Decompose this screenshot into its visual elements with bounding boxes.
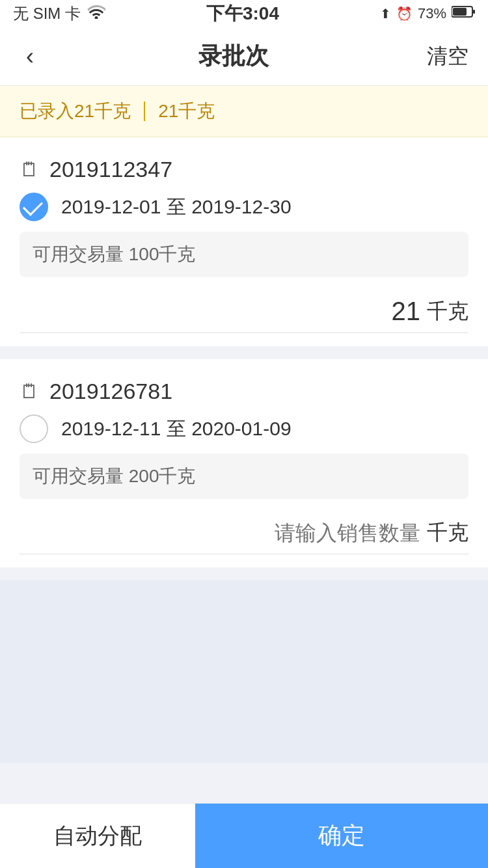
- status-time: 下午3:04: [206, 1, 279, 26]
- battery-text: 73%: [418, 5, 446, 22]
- batch-1-radio[interactable]: [20, 193, 48, 221]
- location-icon: ⬆: [380, 6, 391, 21]
- status-right: ⬆ ⏰ 73%: [380, 5, 475, 22]
- empty-area: [0, 580, 488, 763]
- clear-button[interactable]: 清空: [427, 42, 468, 71]
- battery-icon: [452, 5, 475, 22]
- auto-distribute-button[interactable]: 自动分配: [0, 804, 195, 868]
- wifi-icon: [87, 5, 105, 23]
- batch-2-available: 可用交易量 200千克: [20, 454, 468, 499]
- batch-1-qty-row: 21 千克: [20, 290, 468, 333]
- batch-1-id: 2019112347: [49, 157, 172, 182]
- separator-2: [0, 567, 488, 580]
- doc-icon-2: 🗒: [20, 381, 39, 403]
- batch-2-row[interactable]: 2019-12-11 至 2020-01-09: [20, 414, 468, 443]
- separator-1: [0, 346, 488, 359]
- batch-1-row[interactable]: 2019-12-01 至 2019-12-30: [20, 193, 468, 221]
- doc-icon-1: 🗒: [20, 159, 39, 181]
- batch-card-1: 🗒 2019112347 2019-12-01 至 2019-12-30 可用交…: [0, 137, 488, 346]
- svg-rect-2: [453, 8, 467, 16]
- alarm-icon: ⏰: [396, 6, 413, 21]
- batch-2-qty-input[interactable]: [159, 521, 420, 545]
- no-sim-text: 无 SIM 卡: [13, 3, 81, 24]
- batch-2-header: 🗒 2019126781: [20, 379, 468, 404]
- bottom-bar: 自动分配 确定: [0, 803, 488, 868]
- recorded-qty-value: 21千克: [158, 99, 215, 124]
- batch-2-id: 2019126781: [49, 379, 172, 404]
- batch-2-radio[interactable]: [20, 414, 48, 443]
- recorded-qty-label: 已录入21千克: [20, 99, 131, 124]
- info-banner: 已录入21千克 21千克: [0, 86, 488, 137]
- status-bar: 无 SIM 卡 下午3:04 ⬆ ⏰ 73%: [0, 0, 488, 27]
- banner-divider: [144, 102, 145, 121]
- batch-2-qty-row[interactable]: 千克: [20, 512, 468, 554]
- batch-card-2: 🗒 2019126781 2019-12-11 至 2020-01-09 可用交…: [0, 359, 488, 567]
- batch-1-available: 可用交易量 100千克: [20, 232, 468, 277]
- svg-rect-1: [473, 10, 475, 14]
- batch-2-date-range: 2019-12-11 至 2020-01-09: [61, 416, 291, 442]
- batch-1-header: 🗒 2019112347: [20, 157, 468, 182]
- back-button[interactable]: ‹: [20, 36, 40, 77]
- batch-2-qty-unit: 千克: [427, 519, 468, 547]
- batch-1-date-range: 2019-12-01 至 2019-12-30: [61, 194, 291, 221]
- confirm-button[interactable]: 确定: [195, 804, 488, 868]
- nav-bar: ‹ 录批次 清空: [0, 27, 488, 86]
- batch-1-qty-unit: 千克: [427, 297, 468, 326]
- status-left: 无 SIM 卡: [13, 3, 105, 24]
- batch-1-qty-value: 21: [392, 297, 421, 326]
- page-title: 录批次: [198, 40, 269, 72]
